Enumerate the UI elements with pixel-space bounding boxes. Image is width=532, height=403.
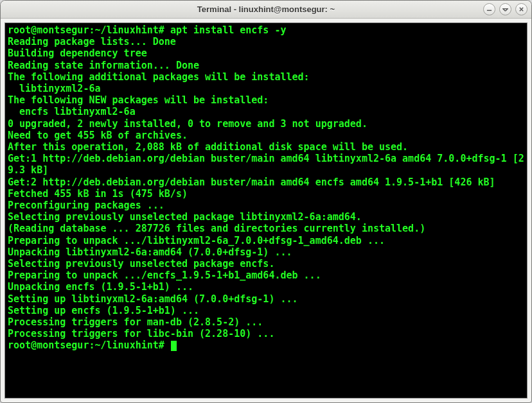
terminal-line: Preparing to unpack .../encfs_1.9.5-1+b1… (8, 270, 524, 281)
window-title: Terminal - linuxhint@montsegur: ~ (1, 4, 531, 14)
terminal-line: Unpacking libtinyxml2-6a:amd64 (7.0.0+df… (8, 246, 524, 258)
terminal-wrap: root@montsegur:~/linuxhint# apt install … (1, 19, 531, 402)
terminal-line: Processing triggers for man-db (2.8.5-2)… (8, 316, 524, 328)
terminal-line: encfs libtinyxml2-6a (8, 106, 524, 117)
terminal-line: Unpacking encfs (1.9.5-1+b1) ... (8, 281, 524, 293)
cursor (171, 341, 177, 351)
terminal-line: 0 upgraded, 2 newly installed, 0 to remo… (8, 118, 524, 130)
maximize-button[interactable] (499, 3, 511, 15)
terminal-window: Terminal - linuxhint@montsegur: ~ root@m… (0, 0, 532, 403)
terminal-line: Preparing to unpack .../libtinyxml2-6a_7… (8, 235, 524, 246)
terminal-line: libtinyxml2-6a (8, 83, 524, 94)
minimize-button[interactable] (483, 3, 495, 15)
maximize-icon (502, 6, 508, 12)
titlebar[interactable]: Terminal - linuxhint@montsegur: ~ (1, 1, 531, 19)
terminal[interactable]: root@montsegur:~/linuxhint# apt install … (4, 22, 528, 399)
terminal-line: Need to get 455 kB of archives. (8, 130, 524, 141)
terminal-line: After this operation, 2,088 kB of additi… (8, 141, 524, 153)
terminal-line: root@montsegur:~/linuxhint# (8, 339, 524, 351)
terminal-line: (Reading database ... 287726 files and d… (8, 223, 524, 234)
minimize-icon (486, 6, 492, 12)
terminal-line: Get:2 http://deb.debian.org/debian buste… (8, 176, 524, 188)
terminal-line: Processing triggers for libc-bin (2.28-1… (8, 328, 524, 339)
prompt: root@montsegur:~/linuxhint# (8, 339, 170, 351)
terminal-line: Building dependency tree (8, 47, 524, 59)
terminal-line: The following NEW packages will be insta… (8, 94, 524, 106)
terminal-line: The following additional packages will b… (8, 71, 524, 83)
terminal-line: Get:1 http://deb.debian.org/debian buste… (8, 153, 524, 176)
terminal-line: Selecting previously unselected package … (8, 258, 524, 270)
terminal-line: Fetched 455 kB in 1s (475 kB/s) (8, 188, 524, 200)
window-buttons (483, 3, 528, 15)
terminal-line: Reading package lists... Done (8, 36, 524, 47)
close-button[interactable] (515, 3, 528, 15)
command-text: apt install encfs -y (170, 24, 287, 36)
terminal-line: Setting up encfs (1.9.5-1+b1) ... (8, 305, 524, 316)
terminal-line: Setting up libtinyxml2-6a:amd64 (7.0.0+d… (8, 293, 524, 305)
terminal-line: Preconfiguring packages ... (8, 200, 524, 211)
terminal-line: root@montsegur:~/linuxhint# apt install … (8, 24, 524, 36)
close-icon (519, 6, 524, 12)
terminal-line: Selecting previously unselected package … (8, 211, 524, 223)
prompt: root@montsegur:~/linuxhint# (8, 24, 170, 36)
terminal-line: Reading state information... Done (8, 60, 524, 71)
